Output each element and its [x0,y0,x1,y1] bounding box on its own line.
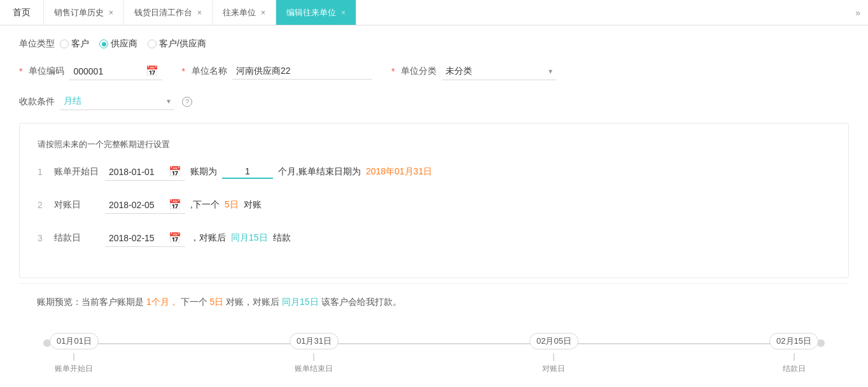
timeline-track: 01月01日 账单开始日 01月31日 账单结束日 02月05日 对账日 [50,333,818,377]
timeline-node-2-sublabel: 账单结束日 [295,363,333,374]
payment-row: 收款条件 月结 ▾ ? [19,93,849,110]
timeline-node-4: 02月15日 结款日 [769,333,818,374]
unit-code-icon[interactable]: 📅 [146,65,158,77]
timeline-nodes: 01月01日 账单开始日 01月31日 账单结束日 02月05日 对账日 [50,333,818,374]
expand-icon: » [855,8,860,18]
unit-code-input-wrapper: 📅 [69,62,162,80]
payment-help-icon[interactable]: ? [182,97,192,107]
step-2-row: 2 对账日 📅 ,下一个 5日 对账 [38,196,830,214]
radio-both[interactable]: 客户/供应商 [148,38,206,50]
unit-code-label: 单位编码 [29,66,64,77]
tab-sales-order-history[interactable]: 销售订单历史 × [44,0,124,25]
preview-middle: 下一个 [181,297,207,307]
step-3-date-input[interactable] [109,233,166,243]
tab-sales-close[interactable]: × [109,8,113,17]
step-1-date-wrapper: 📅 [105,163,185,181]
payment-dropdown-icon: ▾ [167,97,171,106]
unit-type-row: 单位类型 客户 供应商 客户/供应商 [19,38,849,50]
unit-info-row: * 单位编码 📅 * 单位名称 * 单位分类 未分类 ▾ [19,62,849,80]
step-2-calendar-icon[interactable]: 📅 [169,199,181,211]
unit-name-group: * 单位名称 [181,64,372,80]
unit-code-input[interactable] [73,66,143,76]
timeline-node-1-label: 01月01日 [50,333,99,349]
step-3-date-wrapper: 📅 [105,229,185,247]
tab-home[interactable]: 首页 [0,0,44,25]
unit-category-value: 未分类 [445,66,546,77]
radio-supplier[interactable]: 供应商 [99,38,137,50]
timeline-node-4-sublabel: 结款日 [783,363,806,374]
step-1-period-input[interactable] [222,165,273,179]
preview-middle2: 对账，对账后 [226,297,279,307]
timeline-node-1-sublabel: 账单开始日 [55,363,93,374]
payment-label: 收款条件 [19,96,55,108]
step-2-date-input[interactable] [109,200,166,210]
radio-group: 客户 供应商 客户/供应商 [60,38,206,50]
radio-customer-label: 客户 [71,38,89,50]
preview-text: 账期预览：当前客户账期是 1个月， 下一个 5日 对账，对账后 同月15日 该客… [37,297,402,307]
tab-sales-label: 销售订单历史 [54,7,104,18]
tab-expand-button[interactable]: » [848,0,868,25]
preview-highlight3: 同月15日 [282,297,319,307]
timeline-connector-2 [313,353,314,361]
radio-customer-circle [60,39,69,48]
step-3-highlight: 同月15日 [231,232,268,244]
step-1-date-input[interactable] [109,167,166,177]
unit-name-input[interactable] [232,64,372,80]
tab-cash-close[interactable]: × [197,8,202,17]
radio-both-label: 客户/供应商 [159,38,206,50]
step-1-period-label: 账期为 [190,166,217,178]
unit-type-label: 单位类型 [19,38,55,50]
step-2-label: 对账日 [54,199,105,211]
step-3-content: 📅 ，对账后 同月15日 结款 [105,229,291,247]
timeline-node-3-label: 02月05日 [529,333,578,349]
main-content: 单位类型 客户 供应商 客户/供应商 * 单位编码 [0,25,868,387]
unit-category-select[interactable]: 未分类 ▾ [442,63,556,80]
tab-cash-work[interactable]: 钱货日清工作台 × [124,0,213,25]
step-1-number: 1 [38,167,54,177]
timeline-connector-1 [73,353,74,361]
preview-highlight2: 5日 [209,297,223,307]
timeline-node-3: 02月05日 对账日 [529,333,578,374]
step-3-number: 3 [38,233,54,243]
timeline-node-2: 01月31日 账单结束日 [290,333,339,374]
step-2-date-wrapper: 📅 [105,196,185,214]
unit-category-group: * 单位分类 未分类 ▾ [391,63,556,80]
timeline-node-3-sublabel: 对账日 [542,363,565,374]
timeline-node-1: 01月01日 账单开始日 [50,333,99,374]
timeline-connector-4 [794,353,795,361]
tab-counterpart[interactable]: 往来单位 × [213,0,276,25]
timeline-node-2-label: 01月31日 [290,333,339,349]
step-1-label: 账单开始日 [54,166,105,178]
step-1-calendar-icon[interactable]: 📅 [169,165,181,178]
unit-code-star: * [19,66,22,76]
radio-supplier-label: 供应商 [111,38,137,50]
unit-code-group: * 单位编码 📅 [19,62,162,80]
step-3-row: 3 结款日 📅 ，对账后 同月15日 结款 [38,229,830,247]
payment-value: 月结 [64,95,164,107]
tab-edit-counterpart[interactable]: 编辑往来单位 × [276,0,356,25]
unit-category-star: * [391,66,395,76]
unit-name-label: 单位名称 [192,66,227,77]
step-3-suffix: 结款 [273,232,291,244]
tab-counterpart-close[interactable]: × [261,8,265,17]
tab-edit-label: 编辑往来单位 [286,7,336,18]
step-2-number: 2 [38,200,54,210]
unit-category-label: 单位分类 [401,66,437,77]
step-1-content: 📅 账期为 个月,账单结束日期为 2018年01月31日 [105,163,432,181]
step-1-period-end-date: 2018年01月31日 [366,166,432,178]
panel-hint: 请按照未来的一个完整帐期进行设置 [38,139,830,150]
tab-counterpart-label: 往来单位 [223,7,256,18]
preview-prefix: 账期预览：当前客户账期是 [37,297,144,307]
radio-supplier-circle [99,39,108,48]
preview-highlight1: 1个月， [146,297,178,307]
payment-select[interactable]: 月结 ▾ [60,93,174,110]
unit-type-group: 单位类型 客户 供应商 客户/供应商 [19,38,206,50]
unit-name-star: * [181,66,185,76]
tab-edit-close[interactable]: × [341,8,346,17]
unit-category-dropdown-icon: ▾ [549,67,552,76]
step-3-calendar-icon[interactable]: 📅 [169,232,181,244]
tab-cash-label: 钱货日清工作台 [134,7,192,18]
radio-customer[interactable]: 客户 [60,38,89,50]
step-2-highlight: 5日 [225,199,239,211]
timeline-node-4-label: 02月15日 [769,333,818,349]
